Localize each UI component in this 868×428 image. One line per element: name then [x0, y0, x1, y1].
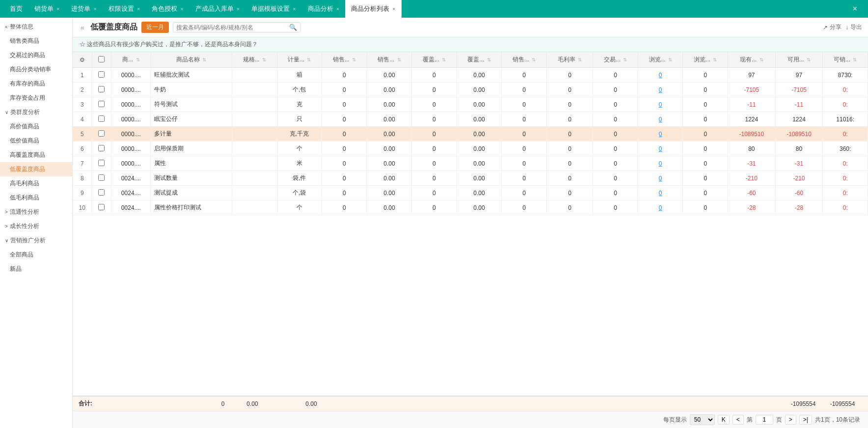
sidebar-section-group-analysis[interactable]: ∨ 类群度分析: [0, 105, 72, 119]
col-sales3[interactable]: 销售... ⇅: [502, 52, 547, 68]
row-checkbox[interactable]: [92, 112, 111, 127]
col-current-stock[interactable]: 现有... ⇅: [728, 52, 776, 68]
sidebar-item-all-goods[interactable]: 全部商品: [0, 248, 72, 262]
nav-template-settings[interactable]: 单据模板设置 ×: [245, 0, 301, 18]
row-unit: 箱: [277, 68, 322, 83]
row-browse1[interactable]: 0: [638, 200, 683, 215]
row-browse1[interactable]: 0: [638, 186, 683, 200]
close-icon[interactable]: ×: [336, 6, 339, 12]
row-browse1[interactable]: 0: [638, 83, 683, 97]
col-settings[interactable]: ⚙: [73, 52, 92, 68]
row-select-checkbox[interactable]: [98, 204, 105, 210]
row-checkbox[interactable]: [92, 83, 111, 97]
sidebar-item-category-turnover[interactable]: 商品分类动销率: [0, 62, 72, 77]
nav-permissions[interactable]: 权限设置 ×: [103, 0, 146, 18]
col-trade[interactable]: 交易... ⇅: [593, 52, 638, 68]
col-sales-qty[interactable]: 销售... ⇅: [322, 52, 367, 68]
col-gross-margin[interactable]: 毛利率 ⇅: [546, 52, 593, 68]
sidebar-item-low-coverage[interactable]: 低覆盖度商品: [0, 162, 72, 176]
export-button[interactable]: ↓ 导出: [845, 23, 862, 31]
share-button[interactable]: ↗ 分享: [823, 23, 841, 31]
sidebar-section-liquidity[interactable]: > 流通性分析: [0, 205, 72, 219]
col-available[interactable]: 可用... ⇅: [775, 52, 823, 68]
row-checkbox[interactable]: [92, 97, 111, 112]
row-checkbox[interactable]: [92, 142, 111, 156]
col-unit[interactable]: 计量... ⇅: [277, 52, 322, 68]
sidebar-section-overall[interactable]: « 整体信息: [0, 20, 72, 34]
sidebar-item-high-coverage[interactable]: 高覆盖度商品: [0, 148, 72, 162]
row-browse2: 0: [683, 83, 728, 97]
nav-product-instock[interactable]: 产成品入库单 ×: [190, 0, 245, 18]
nav-role-auth[interactable]: 角色授权 ×: [146, 0, 189, 18]
nav-home[interactable]: 首页: [4, 0, 28, 18]
col-browse1[interactable]: 浏览... ⇅: [638, 52, 683, 68]
row-select-checkbox[interactable]: [98, 71, 105, 78]
row-browse1[interactable]: 0: [638, 97, 683, 112]
row-browse1[interactable]: 0: [638, 142, 683, 156]
nav-goods-analysis-list[interactable]: 商品分析列表 ×: [345, 0, 401, 18]
close-icon[interactable]: ×: [392, 6, 395, 12]
sidebar-item-high-value[interactable]: 高价值商品: [0, 119, 72, 134]
window-close-button[interactable]: ×: [846, 4, 864, 13]
sidebar-item-new-goods[interactable]: 新品: [0, 262, 72, 276]
close-icon[interactable]: ×: [93, 6, 96, 12]
row-select-checkbox[interactable]: [98, 115, 105, 122]
col-name[interactable]: 商品名称 ⇅: [151, 52, 232, 68]
nav-purchase-order[interactable]: 进货单 ×: [65, 0, 102, 18]
per-page-select[interactable]: 20 50 100 200: [690, 414, 715, 425]
row-checkbox[interactable]: [92, 186, 111, 200]
row-select-checkbox[interactable]: [98, 130, 105, 137]
table-container[interactable]: ⚙ 商... ⇅ 商品名称 ⇅ 规格... ⇅ 计量... ⇅ 销售... ⇅ …: [73, 52, 868, 396]
row-select-checkbox[interactable]: [98, 160, 105, 166]
sidebar-section-marketing[interactable]: ∨ 营销推广分析: [0, 233, 72, 248]
row-checkbox[interactable]: [92, 156, 111, 171]
sidebar-item-stocked-goods[interactable]: 有库存的商品: [0, 77, 72, 91]
row-select-checkbox[interactable]: [98, 174, 105, 181]
close-icon[interactable]: ×: [56, 6, 59, 12]
sidebar-collapse-button[interactable]: «: [79, 23, 86, 32]
row-browse1[interactable]: 0: [638, 112, 683, 127]
row-select-checkbox[interactable]: [98, 101, 105, 107]
nav-goods-analysis[interactable]: 商品分析 ×: [302, 0, 345, 18]
close-icon[interactable]: ×: [137, 6, 140, 12]
row-browse1[interactable]: 0: [638, 171, 683, 186]
col-code[interactable]: 商... ⇅: [111, 52, 151, 68]
col-spec[interactable]: 规格... ⇅: [232, 52, 277, 68]
date-filter-button[interactable]: 近一月: [141, 22, 169, 33]
sidebar-item-low-margin[interactable]: 低毛利商品: [0, 191, 72, 205]
row-checkbox[interactable]: [92, 171, 111, 186]
col-coverage2[interactable]: 覆盖... ⇅: [457, 52, 502, 68]
row-checkbox[interactable]: [92, 68, 111, 83]
sidebar-item-traded-goods[interactable]: 交易过的商品: [0, 48, 72, 62]
row-browse1[interactable]: 0: [638, 127, 683, 142]
col-browse2[interactable]: 浏览... ⇅: [683, 52, 728, 68]
row-checkbox[interactable]: [92, 200, 111, 215]
nav-sales-order[interactable]: 销货单 ×: [28, 0, 65, 18]
sidebar-item-high-margin[interactable]: 高毛利商品: [0, 176, 72, 191]
last-page-button[interactable]: >|: [799, 415, 812, 425]
sidebar-item-sales-goods[interactable]: 销售类商品: [0, 34, 72, 48]
row-select-checkbox[interactable]: [98, 145, 105, 151]
next-page-button[interactable]: >: [785, 415, 796, 425]
row-select-checkbox[interactable]: [98, 86, 105, 92]
col-coverage1[interactable]: 覆盖... ⇅: [412, 52, 457, 68]
prev-page-button[interactable]: <: [732, 415, 744, 425]
close-icon[interactable]: ×: [180, 6, 183, 12]
select-all-checkbox[interactable]: [98, 56, 105, 62]
col-sales-amt[interactable]: 销售... ⇅: [367, 52, 412, 68]
row-select-checkbox[interactable]: [98, 189, 105, 196]
close-icon[interactable]: ×: [237, 6, 240, 12]
per-page-label: 每页显示: [663, 416, 687, 424]
sidebar-section-growth[interactable]: > 成长性分析: [0, 219, 72, 233]
search-input[interactable]: [176, 24, 289, 31]
col-saleable[interactable]: 可销... ⇅: [823, 52, 868, 68]
row-checkbox[interactable]: [92, 127, 111, 142]
sidebar-item-inventory-capital[interactable]: 库存资金占用: [0, 91, 72, 105]
sidebar-item-low-value[interactable]: 低价值商品: [0, 134, 72, 148]
first-page-button[interactable]: K: [718, 415, 730, 425]
row-spec: [232, 186, 277, 200]
row-browse1[interactable]: 0: [638, 68, 683, 83]
row-browse1[interactable]: 0: [638, 156, 683, 171]
page-number-input[interactable]: [756, 415, 773, 425]
close-icon[interactable]: ×: [293, 6, 296, 12]
